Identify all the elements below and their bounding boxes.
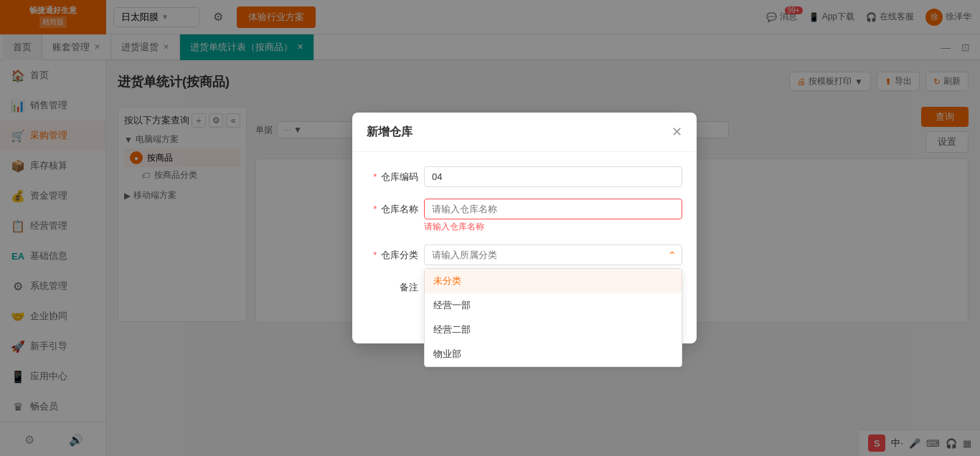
remark-label: 备注 — [367, 277, 424, 294]
category-dropdown: 未分类 经营一部 经营二部 物业部 — [424, 268, 682, 367]
dropdown-item-property[interactable]: 物业部 — [425, 342, 682, 366]
required-star-name: * — [373, 204, 377, 214]
warehouse-name-input[interactable] — [424, 199, 682, 219]
warehouse-code-input-wrap — [424, 166, 682, 187]
dropdown-item-uncategorized[interactable]: 未分类 — [425, 269, 682, 293]
dropdown-item-ops1[interactable]: 经营一部 — [425, 293, 682, 318]
warehouse-category-row: * 仓库分类 ⌃ 未分类 经营一部 经营二部 物业部 — [367, 244, 682, 265]
dialog-close-button[interactable]: ✕ — [672, 124, 682, 140]
add-warehouse-dialog: 新增仓库 ✕ * 仓库编码 * 仓库名称 请输入仓库名称 — [352, 113, 697, 343]
warehouse-code-label: * 仓库编码 — [367, 166, 424, 184]
dialog-title: 新增仓库 — [367, 125, 413, 140]
warehouse-category-input[interactable] — [424, 244, 682, 265]
dialog-body: * 仓库编码 * 仓库名称 请输入仓库名称 * 仓库分类 — [352, 152, 697, 298]
warehouse-name-label: * 仓库名称 — [367, 199, 424, 216]
warehouse-category-input-wrap: ⌃ 未分类 经营一部 经营二部 物业部 — [424, 244, 682, 265]
dropdown-item-ops2[interactable]: 经营二部 — [425, 318, 682, 342]
warehouse-code-row: * 仓库编码 — [367, 166, 682, 187]
dialog-header: 新增仓库 ✕ — [352, 113, 697, 152]
warehouse-name-input-wrap: 请输入仓库名称 — [424, 199, 682, 233]
warehouse-code-input[interactable] — [424, 166, 682, 187]
required-star-cat: * — [373, 250, 377, 260]
warehouse-category-label: * 仓库分类 — [367, 244, 424, 262]
category-arrow-icon[interactable]: ⌃ — [668, 250, 677, 261]
category-input-wrap: ⌃ — [424, 244, 682, 265]
warehouse-name-error: 请输入仓库名称 — [424, 221, 682, 233]
required-star-code: * — [373, 171, 377, 182]
warehouse-name-row: * 仓库名称 请输入仓库名称 — [367, 199, 682, 233]
